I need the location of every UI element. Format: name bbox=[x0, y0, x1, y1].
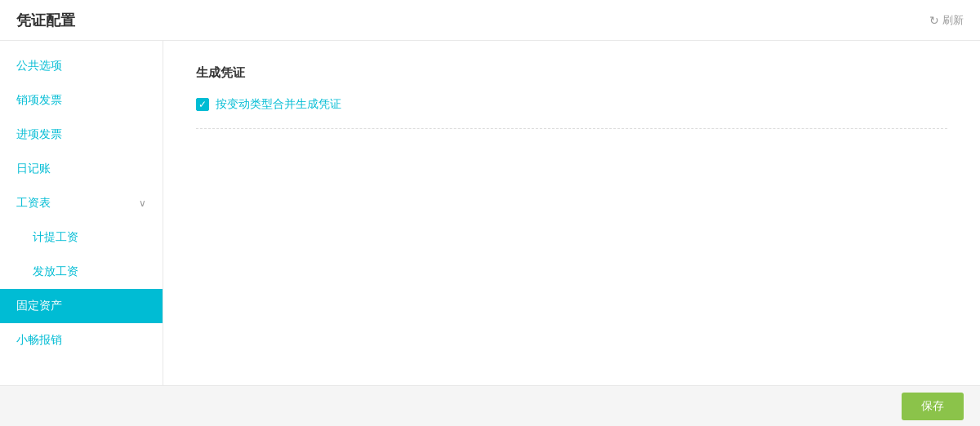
sidebar-item-sales-invoice[interactable]: 销项发票 bbox=[0, 83, 163, 118]
page-title: 凭证配置 bbox=[16, 11, 75, 30]
footer: 保存 bbox=[0, 385, 980, 426]
refresh-icon: ↻ bbox=[929, 14, 939, 27]
main-content: 生成凭证 按变动类型合并生成凭证 bbox=[163, 41, 980, 385]
section-title: 生成凭证 bbox=[196, 65, 947, 81]
chevron-down-icon: ∨ bbox=[139, 197, 146, 209]
sidebar-item-journal[interactable]: 日记账 bbox=[0, 152, 163, 186]
refresh-button[interactable]: ↻ 刷新 bbox=[929, 13, 964, 28]
sidebar-item-payroll[interactable]: 工资表 ∨ bbox=[0, 186, 163, 220]
checkbox-row: 按变动类型合并生成凭证 bbox=[196, 97, 947, 112]
sidebar-item-public[interactable]: 公共选项 bbox=[0, 49, 163, 83]
merge-checkbox[interactable] bbox=[196, 98, 209, 111]
save-button[interactable]: 保存 bbox=[902, 393, 964, 420]
sidebar-item-pay-salary[interactable]: 发放工资 bbox=[0, 255, 163, 289]
sidebar-item-calc-salary[interactable]: 计提工资 bbox=[0, 220, 163, 255]
divider bbox=[196, 128, 947, 129]
sidebar-item-fixed-assets[interactable]: 固定资产 bbox=[0, 289, 163, 323]
checkbox-label: 按变动类型合并生成凭证 bbox=[216, 97, 341, 112]
body: 公共选项 销项发票 进项发票 日记账 工资表 ∨ 计提工资 发放工资 固定资 bbox=[0, 41, 980, 385]
header: 凭证配置 ↻ 刷新 bbox=[0, 0, 980, 41]
refresh-label: 刷新 bbox=[942, 13, 964, 28]
sidebar: 公共选项 销项发票 进项发票 日记账 工资表 ∨ 计提工资 发放工资 固定资 bbox=[0, 41, 163, 385]
sidebar-item-expense[interactable]: 小畅报销 bbox=[0, 323, 163, 357]
sidebar-item-purchase-invoice[interactable]: 进项发票 bbox=[0, 118, 163, 152]
